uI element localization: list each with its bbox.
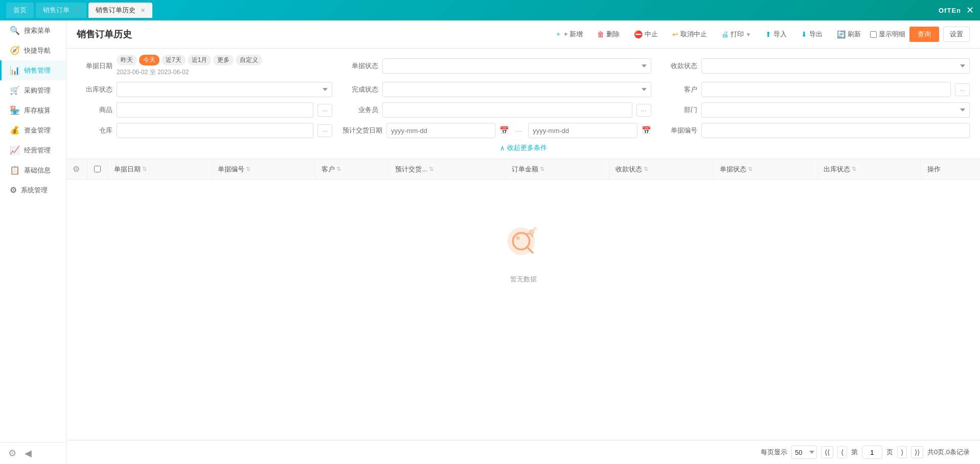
sidebar-item-sales-mgmt[interactable]: 📊 销售管理 xyxy=(0,60,66,80)
pay-status-select[interactable] xyxy=(701,58,970,74)
tab-home[interactable]: 首页 xyxy=(6,3,34,18)
empty-state-text: 暂无数据 xyxy=(510,275,537,284)
sidebar-item-ops-mgmt[interactable]: 📈 经营管理 xyxy=(0,140,66,160)
refresh-button[interactable]: 🔄 刷新 xyxy=(832,27,866,41)
order-no-input[interactable] xyxy=(701,123,970,138)
warehouse-input[interactable] xyxy=(117,123,313,138)
salesman-dots-btn[interactable]: ··· xyxy=(636,104,651,117)
page-prev-btn[interactable]: ⟨ xyxy=(837,446,847,458)
collapse-row[interactable]: ∧ 收起更多条件 xyxy=(77,143,970,152)
sidebar-settings-icon[interactable]: ⚙ xyxy=(8,448,16,459)
date-badge-more[interactable]: 更多 xyxy=(213,55,234,65)
sidebar-item-inventory-calc[interactable]: 🏪 库存核算 xyxy=(0,100,66,120)
top-bar: 首页 销售订单 ✕ 销售订单历史 ✕ OfTEn ✕ xyxy=(0,0,980,20)
page-first-btn[interactable]: ⟨⟨ xyxy=(821,446,833,458)
cancel-stop-button-label: 取消中止 xyxy=(680,30,707,39)
th-amount[interactable]: 订单金额 ⇅ xyxy=(506,159,609,180)
filter-salesman: 业务员 ··· xyxy=(343,102,651,118)
pagination-bar: 每页显示 10 20 50 100 ⟨⟨ ⟨ 第 页 ⟩ ⟩⟩ 共0页,0条记录 xyxy=(66,440,980,464)
sidebar-item-sys-mgmt[interactable]: ⚙ 系统管理 xyxy=(0,180,66,200)
delivery-date-start[interactable] xyxy=(386,123,495,138)
sidebar-item-fund-mgmt-label: 资金管理 xyxy=(24,126,51,135)
page-next-btn[interactable]: ⟩ xyxy=(897,446,907,458)
sidebar-item-purchase-mgmt[interactable]: 🛒 采购管理 xyxy=(0,80,66,100)
export-button[interactable]: ⬇ 导出 xyxy=(796,27,828,41)
th-bill-status[interactable]: 单据状态 ⇅ xyxy=(713,159,817,180)
select-all-checkbox[interactable] xyxy=(94,166,101,172)
print-button[interactable]: 🖨 打印 ▼ xyxy=(716,27,756,41)
fund-mgmt-icon: 💰 xyxy=(10,125,20,135)
empty-state-illustration xyxy=(500,220,546,267)
sidebar-item-fund-mgmt[interactable]: 💰 资金管理 xyxy=(0,120,66,140)
th-action: 操作 xyxy=(921,159,980,180)
sidebar-item-basic-info[interactable]: 📋 基础信息 xyxy=(0,160,66,180)
customer-dots-btn[interactable]: ··· xyxy=(955,83,970,96)
sidebar-item-search-menu[interactable]: 🔍 搜索菜单 xyxy=(0,20,66,40)
sidebar-item-inventory-calc-label: 库存核算 xyxy=(24,106,51,115)
th-delivery[interactable]: 预计交货... ⇅ xyxy=(389,159,505,180)
filter-order-no: 单据编号 xyxy=(662,123,970,138)
date-badge-1month[interactable]: 近1月 xyxy=(188,55,212,65)
date-dash: — xyxy=(515,127,522,135)
stop-button[interactable]: ⛔ 中止 xyxy=(629,27,663,41)
page-last-btn[interactable]: ⟩⟩ xyxy=(911,446,923,458)
tab-sales-order-history-label: 销售订单历史 xyxy=(96,6,135,15)
app-name: OfTEn xyxy=(939,7,961,14)
tab-sales-order-close[interactable]: ✕ xyxy=(75,7,79,14)
sidebar-item-purchase-mgmt-label: 采购管理 xyxy=(24,86,51,95)
filter-warehouse-label: 仓库 xyxy=(77,126,112,135)
cancel-stop-button[interactable]: ↩ 取消中止 xyxy=(667,27,712,41)
th-checkbox xyxy=(87,159,107,180)
page-input[interactable] xyxy=(862,446,882,459)
tab-sales-order-history[interactable]: 销售订单历史 ✕ xyxy=(88,3,152,18)
salesman-input[interactable] xyxy=(382,102,632,118)
show-detail-checkbox-label[interactable]: 显示明细 xyxy=(870,30,905,39)
sort-amount-icon: ⇅ xyxy=(540,166,544,172)
refresh-button-label: 刷新 xyxy=(848,30,861,39)
delivery-date-end[interactable] xyxy=(528,123,637,138)
cal-end-icon[interactable]: 📅 xyxy=(642,126,651,135)
sidebar-item-quick-nav[interactable]: 🧭 快捷导航 xyxy=(0,40,66,60)
th-pay-status[interactable]: 收款状态 ⇅ xyxy=(609,159,713,180)
sales-mgmt-icon: 📊 xyxy=(10,65,20,75)
th-no[interactable]: 单据编号 ⇅ xyxy=(211,159,315,180)
date-badge-yesterday[interactable]: 昨天 xyxy=(117,55,137,65)
th-date[interactable]: 单据日期 ⇅ xyxy=(107,159,211,180)
th-customer[interactable]: 客户 ⇅ xyxy=(315,159,389,180)
complete-status-select[interactable] xyxy=(382,82,651,97)
date-badge-7days[interactable]: 近7天 xyxy=(162,55,186,65)
settings-button[interactable]: 设置 xyxy=(943,27,970,42)
bill-status-select[interactable] xyxy=(382,58,651,74)
new-button-label: + 新增 xyxy=(564,30,583,39)
purchase-mgmt-icon: 🛒 xyxy=(10,85,20,95)
import-button[interactable]: ⬆ 导入 xyxy=(760,27,792,41)
window-close-btn[interactable]: ✕ xyxy=(966,5,974,16)
query-button[interactable]: 查询 xyxy=(909,27,939,42)
date-range-text: 2023-06-02 至 2023-06-02 xyxy=(117,68,262,77)
out-status-select[interactable] xyxy=(117,82,332,97)
filter-out-status-label: 出库状态 xyxy=(77,85,112,94)
show-detail-checkbox[interactable] xyxy=(870,31,877,38)
tab-sales-order-history-close[interactable]: ✕ xyxy=(141,7,145,14)
filter-date: 单据日期 昨天 今天 近7天 近1月 更多 自定义 2023-06-02 至 2… xyxy=(77,55,332,77)
delete-button[interactable]: 🗑 删除 xyxy=(592,27,625,41)
dept-select[interactable] xyxy=(701,102,970,118)
th-delivery-label: 预计交货... xyxy=(395,165,427,174)
page-size-select[interactable]: 10 20 50 100 xyxy=(791,446,817,459)
stop-icon: ⛔ xyxy=(634,30,643,38)
th-out-status[interactable]: 出库状态 ⇅ xyxy=(817,159,921,180)
filter-pay-status: 收款状态 xyxy=(662,58,970,74)
sidebar-collapse-icon[interactable]: ◀ xyxy=(25,448,32,459)
filter-goods-label: 商品 xyxy=(77,105,112,115)
warehouse-dots-btn[interactable]: ··· xyxy=(317,124,332,137)
new-button[interactable]: ＋ + 新增 xyxy=(550,27,588,41)
cal-start-icon[interactable]: 📅 xyxy=(499,126,509,135)
date-badge-custom[interactable]: 自定义 xyxy=(236,55,262,65)
goods-input[interactable] xyxy=(117,102,313,118)
sidebar-item-sales-mgmt-label: 销售管理 xyxy=(24,66,51,75)
date-badge-today[interactable]: 今天 xyxy=(139,55,159,65)
gear-icon[interactable]: ⚙ xyxy=(73,165,80,173)
goods-dots-btn[interactable]: ··· xyxy=(317,104,332,117)
tab-sales-order[interactable]: 销售订单 ✕ xyxy=(36,3,86,18)
customer-input[interactable] xyxy=(701,82,951,97)
